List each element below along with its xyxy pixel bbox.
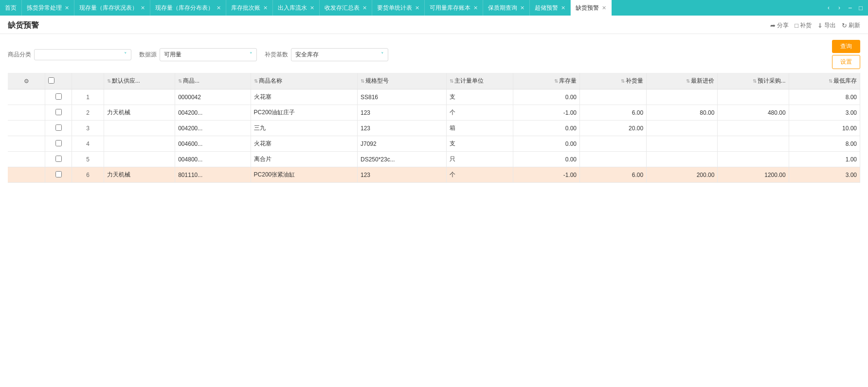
row-check-cell[interactable] <box>45 152 72 167</box>
tab-order-stats[interactable]: 要货单统计表✕ <box>372 0 425 16</box>
datasource-label: 数据源 <box>139 51 157 59</box>
tab-expiry-query[interactable]: 保质期查询✕ <box>483 0 530 16</box>
row-seq: 2 <box>72 105 104 121</box>
tab-collect-summary[interactable]: 收发存汇总表✕ <box>320 0 372 16</box>
row-replenish-qty: 20.00 <box>580 121 647 136</box>
refresh-icon: ↻ <box>842 22 847 29</box>
row-checkbox[interactable] <box>55 124 62 131</box>
tab-close-btn[interactable]: ✕ <box>310 5 314 11</box>
row-checkbox[interactable] <box>55 156 62 162</box>
row-check-cell[interactable] <box>45 167 72 183</box>
row-checkbox[interactable] <box>55 93 62 100</box>
col-unit-header[interactable]: ⇅主计量单位 <box>446 73 513 89</box>
sort-icon: ⇅ <box>686 78 690 84</box>
row-settings-cell <box>8 136 45 152</box>
col-spec-header[interactable]: ⇅规格型号 <box>357 73 446 89</box>
col-stock-header[interactable]: ⇅库存量 <box>513 73 579 89</box>
tab-maximize-btn[interactable]: □ <box>855 2 866 13</box>
col-check-header[interactable] <box>45 73 72 89</box>
sort-icon: ⇅ <box>621 78 625 84</box>
replenish-base-label: 补货基数 <box>265 51 288 59</box>
replenish-base-filter-group: 补货基数 安全库存 ˅ <box>265 48 388 61</box>
row-spec: DS250*23c... <box>357 152 446 167</box>
row-latest-price <box>647 152 718 167</box>
col-minstock-header[interactable]: ⇅最低库存 <box>789 73 860 89</box>
col-replenish-header[interactable]: ⇅补货量 <box>580 73 647 89</box>
tab-abnormal[interactable]: 拣货异常处理✕ <box>22 0 74 16</box>
datasource-filter-group: 数据源 可用量 ˅ <box>139 48 257 61</box>
tab-label: 收发存汇总表 <box>325 4 360 12</box>
row-checkbox[interactable] <box>55 140 62 146</box>
share-button[interactable]: ➦ 分享 <box>770 21 789 30</box>
tab-label: 现存量（库存状况表） <box>79 4 138 12</box>
datasource-select[interactable]: 可用量 ˅ <box>160 48 257 61</box>
tab-prev-btn[interactable]: ‹ <box>823 2 834 13</box>
col-price-header[interactable]: ⇅最新进价 <box>647 73 718 89</box>
row-check-cell[interactable] <box>45 89 72 105</box>
filter-row: 商品分类 ˅ 数据源 可用量 ˅ 补货基数 安全库存 ˅ 查询 设置 <box>0 34 868 73</box>
tab-overstock[interactable]: 超储预警✕ <box>530 0 571 16</box>
row-estimated-purchase: 480.00 <box>718 105 789 121</box>
row-checkbox[interactable] <box>55 109 62 115</box>
tab-close-btn[interactable]: ✕ <box>520 5 524 11</box>
tab-close-btn[interactable]: ✕ <box>561 5 565 11</box>
row-code: 801110... <box>175 167 251 183</box>
tab-close-btn[interactable]: ✕ <box>362 5 367 11</box>
tab-close-btn[interactable]: ✕ <box>65 5 69 11</box>
replenish-button[interactable]: □ 补货 <box>795 21 812 30</box>
row-check-cell[interactable] <box>45 105 72 121</box>
col-code-header[interactable]: ⇅商品... <box>175 73 251 89</box>
select-all-checkbox[interactable] <box>48 77 54 84</box>
row-code: 004600... <box>175 136 251 152</box>
query-button[interactable]: 查询 <box>832 40 860 53</box>
row-check-cell[interactable] <box>45 136 72 152</box>
settings-button[interactable]: 设置 <box>832 55 860 69</box>
tab-close-btn[interactable]: ✕ <box>263 5 268 11</box>
tab-shortage[interactable]: 缺货预警✕ <box>571 0 612 16</box>
row-min-stock: 1.00 <box>789 152 860 167</box>
tab-available-ledger[interactable]: 可用量库存账本✕ <box>425 0 483 16</box>
tab-close-btn[interactable]: ✕ <box>141 5 145 11</box>
row-checkbox[interactable] <box>55 171 62 177</box>
row-name: PC200油缸庄子 <box>251 105 357 121</box>
datasource-value: 可用量 <box>164 51 181 59</box>
replenish-base-select[interactable]: 安全库存 ˅ <box>291 48 388 61</box>
row-check-cell[interactable] <box>45 121 72 136</box>
refresh-button[interactable]: ↻ 刷新 <box>842 21 860 30</box>
category-select[interactable]: ˅ <box>34 49 131 60</box>
tab-minimize-btn[interactable]: − <box>845 2 855 13</box>
row-min-stock: 3.00 <box>789 167 860 183</box>
col-settings-header[interactable]: ⚙ <box>8 73 45 89</box>
tab-inventory-dist[interactable]: 现存量（库存分布表）✕ <box>150 0 226 16</box>
tab-label: 现存量（库存分布表） <box>155 4 214 12</box>
col-estimate-header[interactable]: ⇅预计采购... <box>718 73 789 89</box>
tab-inout-flow[interactable]: 出入库流水✕ <box>273 0 320 16</box>
row-stock: 0.00 <box>513 121 579 136</box>
tab-label: 保质期查询 <box>488 4 517 12</box>
row-unit: 个 <box>446 167 513 183</box>
tab-close-btn[interactable]: ✕ <box>602 5 606 11</box>
tab-close-btn[interactable]: ✕ <box>415 5 419 11</box>
row-seq: 5 <box>72 152 104 167</box>
tab-home[interactable]: 首页 <box>0 0 22 16</box>
row-estimated-purchase <box>718 121 789 136</box>
row-latest-price: 200.00 <box>647 167 718 183</box>
col-supplier-header[interactable]: ⇅默认供应... <box>104 73 175 89</box>
tab-inventory-status[interactable]: 现存量（库存状况表）✕ <box>74 0 150 16</box>
settings-gear-icon: ⚙ <box>24 78 29 85</box>
export-button[interactable]: ⇓ 导出 <box>817 21 836 30</box>
row-min-stock: 8.00 <box>789 89 860 105</box>
replenish-base-arrow-icon: ˅ <box>381 52 384 58</box>
tab-next-btn[interactable]: › <box>834 2 845 13</box>
table-container: ⚙ ⇅默认供应... ⇅商品... ⇅商品名称 <box>0 73 868 183</box>
tab-batch-account[interactable]: 库存批次账✕ <box>226 0 273 16</box>
share-label: 分享 <box>777 21 789 30</box>
tab-close-btn[interactable]: ✕ <box>217 5 221 11</box>
row-settings-cell <box>8 121 45 136</box>
filter-actions: 查询 设置 <box>832 40 860 69</box>
tab-bar: 首页拣货异常处理✕现存量（库存状况表）✕现存量（库存分布表）✕库存批次账✕出入库… <box>0 0 868 16</box>
col-name-header[interactable]: ⇅商品名称 <box>251 73 357 89</box>
row-latest-price <box>647 89 718 105</box>
tab-close-btn[interactable]: ✕ <box>473 5 478 11</box>
row-stock: 0.00 <box>513 89 579 105</box>
